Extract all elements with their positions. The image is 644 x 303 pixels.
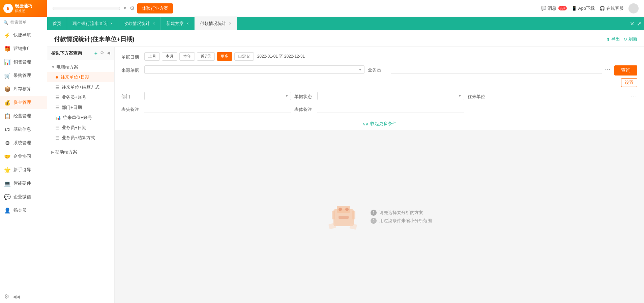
sidebar-item-wechat[interactable]: 💬 企业微信 (0, 190, 47, 204)
tab-new-plan[interactable]: 新建方案 × (161, 17, 195, 30)
btn-last-7days[interactable]: 近7天 (197, 52, 215, 61)
sidebar-item-guide[interactable]: 🌟 新手引导 (0, 163, 47, 177)
search-menu-btn[interactable]: 🔍 搜索菜单 (3, 20, 43, 25)
dept-date-icon: ☰ (55, 105, 60, 110)
partner-input[interactable] (491, 92, 628, 100)
sidebar-item-capital[interactable]: 💰 资金管理 (0, 96, 47, 109)
quick-nav-icon: ⚡ (4, 32, 11, 38)
topbar-right: 💬 消息 99+ 📱 App下载 🎧 在线客服 (541, 3, 639, 13)
tab-controls: ✕ ⤢ (627, 17, 644, 30)
sidebar-item-label: 智能硬件 (13, 180, 31, 186)
header-note-cell: 表头备注 (121, 105, 291, 113)
app-download-btn[interactable]: 📱 App下载 (572, 5, 595, 11)
member-icon: 👤 (4, 207, 11, 214)
schema-item-salesperson-settle[interactable]: ☰ 业务员+结算方式 (47, 133, 114, 143)
sidebar-item-operation[interactable]: 📋 经营管理 (0, 109, 47, 123)
sidebar-item-basic[interactable]: 🗂 基础信息 (0, 123, 47, 136)
sidebar-item-member[interactable]: 👤 畅会员 (0, 204, 47, 217)
industry-btn[interactable]: 体验行业方案 (137, 3, 173, 13)
salesperson-ellipsis[interactable]: ··· (605, 66, 611, 72)
source-doc-select[interactable] (144, 65, 364, 74)
settings-button[interactable]: 设置 (621, 78, 637, 87)
sidebar-item-inventory[interactable]: 📦 库存核算 (0, 82, 47, 96)
btn-this-year[interactable]: 本年 (179, 52, 195, 61)
service-icon: 🎧 (599, 6, 605, 11)
export-label: 导出 (611, 36, 620, 42)
tab-close-all-icon[interactable]: ✕ (630, 21, 634, 27)
topbar-dropdown-icon[interactable]: ▼ (123, 6, 127, 11)
dept-select[interactable] (144, 92, 291, 100)
tab-payment-stats[interactable]: 付款情况统计 × (195, 17, 237, 30)
all-content: 付款情况统计(往来单位+日期) ⬆ 导出 ↻ 刷新 按以下方案查询 + (47, 30, 644, 303)
svg-point-2 (339, 208, 342, 211)
page-title: 付款情况统计(往来单位+日期) (54, 35, 135, 43)
schema-item-dept-date[interactable]: ☰ 部门+日期 (47, 102, 114, 113)
salesperson-cell: 业务员 ··· (368, 65, 611, 73)
filter-actions: 查询 设置 (614, 65, 637, 87)
schema-group-desktop[interactable]: ▼ 电脑端方案 (47, 62, 114, 72)
btn-this-month[interactable]: 本月 (162, 52, 177, 61)
url-bar[interactable] (53, 7, 120, 10)
sidebar-search-area[interactable]: 🔍 搜索菜单 (0, 17, 47, 28)
user-avatar[interactable] (628, 3, 639, 13)
schema-item-salesperson-account[interactable]: ☰ 业务员+账号 (47, 92, 114, 102)
topbar-settings-icon[interactable]: ⚙ (130, 5, 135, 11)
doc-status-select[interactable] (317, 92, 464, 100)
app-download-label: App下载 (578, 5, 595, 11)
collapse-btn[interactable]: ∧∧ 收起更多条件 (362, 121, 397, 127)
tab-new-plan-label: 新建方案 (166, 21, 184, 27)
body-note-input[interactable] (317, 105, 464, 113)
sidebar-item-sales[interactable]: 📊 销售管理 (0, 55, 47, 69)
tab-bank-flow-label: 现金银行流水查询 (72, 21, 108, 27)
schema-item-partner-date[interactable]: ● 往来单位+日期 (47, 72, 114, 82)
message-btn[interactable]: 💬 消息 99+ (541, 5, 567, 11)
tab-bank-flow-close[interactable]: × (110, 21, 113, 26)
partner-ellipsis[interactable]: ··· (631, 93, 637, 99)
sidebar-item-quick-nav[interactable]: ⚡ 快捷导航 (0, 28, 47, 42)
panel-header-icons: + ⚙ ◀ (94, 50, 110, 56)
download-icon: 📱 (572, 6, 577, 11)
tab-bank-flow[interactable]: 现金银行流水查询 × (67, 17, 118, 30)
panel-settings-icon[interactable]: ⚙ (100, 50, 104, 56)
sidebar-item-label: 资金管理 (13, 99, 31, 105)
sidebar-item-system[interactable]: ⚙ 系统管理 (0, 136, 47, 150)
tab-receipt-stats[interactable]: 收款情况统计 × (118, 17, 161, 30)
logo-sub: 标准版 (15, 9, 32, 13)
btn-custom[interactable]: 自定义 (234, 52, 254, 61)
schema-item-partner-settle[interactable]: ☰ 往来单位+结算方式 (47, 82, 114, 92)
btn-more[interactable]: 更多 (217, 52, 232, 61)
panel-add-icon[interactable]: + (94, 50, 97, 56)
salesperson-input[interactable] (391, 65, 602, 73)
query-button[interactable]: 查询 (614, 65, 637, 75)
purchase-icon: 🛒 (4, 72, 11, 79)
sidebar-item-purchase[interactable]: 🛒 采购管理 (0, 69, 47, 82)
tab-receipt-stats-close[interactable]: × (153, 21, 155, 26)
dept-date-label: 部门+日期 (62, 104, 82, 111)
export-icon: ⬆ (606, 37, 610, 42)
page-actions: ⬆ 导出 ↻ 刷新 (606, 36, 637, 42)
panel-collapse-icon[interactable]: ◀ (107, 50, 110, 56)
tab-new-plan-close[interactable]: × (186, 21, 189, 26)
footer-settings-icon[interactable]: ⚙ (4, 293, 9, 300)
schema-group-mobile[interactable]: ▶ 移动端方案 (47, 147, 114, 157)
tab-payment-stats-close[interactable]: × (229, 21, 231, 26)
refresh-icon: ↻ (623, 37, 627, 42)
btn-last-month[interactable]: 上月 (144, 52, 160, 61)
refresh-btn[interactable]: ↻ 刷新 (623, 36, 637, 42)
refresh-label: 刷新 (628, 36, 637, 42)
schema-item-partner-account[interactable]: 📊 往来单位+账号 (47, 113, 114, 123)
header-note-input[interactable] (144, 105, 291, 113)
schema-section-mobile: ▶ 移动端方案 (47, 145, 114, 159)
tab-home[interactable]: 首页 (47, 17, 67, 30)
online-service-btn[interactable]: 🎧 在线客服 (599, 5, 624, 11)
tab-expand-icon[interactable]: ⤢ (637, 21, 641, 27)
sidebar-item-label: 销售管理 (13, 59, 31, 65)
footer-collapse-icon[interactable]: ◀◀ (13, 294, 20, 299)
salesperson-date-icon: ☰ (55, 125, 60, 130)
export-btn[interactable]: ⬆ 导出 (606, 36, 620, 42)
sidebar-item-marketing[interactable]: 🎁 营销推广 (0, 42, 47, 55)
schema-item-salesperson-date[interactable]: ☰ 业务员+日期 (47, 123, 114, 133)
sidebar-item-hardware[interactable]: 💻 智能硬件 (0, 177, 47, 190)
sidebar-item-coop[interactable]: 🤝 企业协同 (0, 150, 47, 163)
empty-illustration (327, 199, 360, 234)
